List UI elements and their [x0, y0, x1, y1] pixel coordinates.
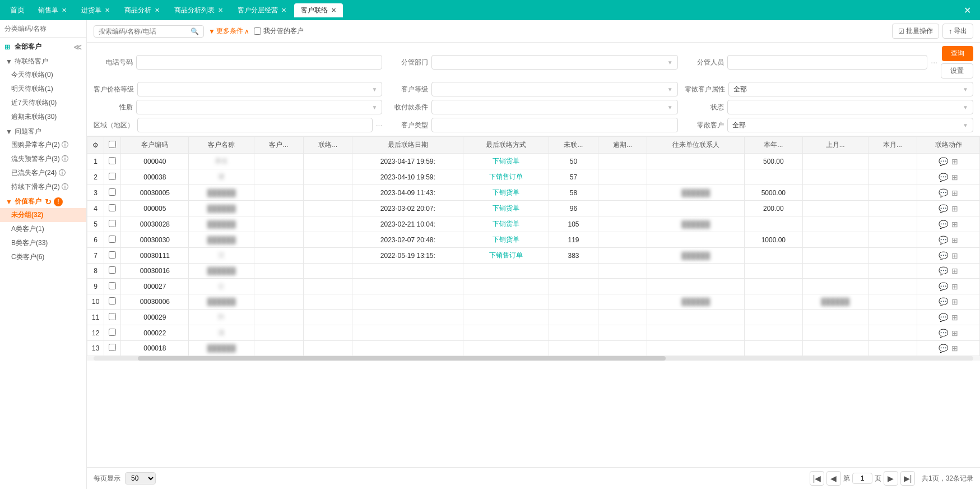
row-last-way[interactable]: [463, 310, 549, 325]
filter-search-icon[interactable]: 🔍: [191, 27, 199, 35]
tab-sales-close[interactable]: ✕: [62, 7, 67, 14]
sidebar-item-today[interactable]: 今天待联络(0): [0, 68, 86, 82]
window-close-icon[interactable]: ✕: [959, 5, 976, 16]
row-checkbox-cell[interactable]: [104, 294, 121, 310]
batch-ops-btn[interactable]: ☑ 批量操作: [892, 24, 939, 39]
select-dept[interactable]: ▼: [431, 55, 677, 70]
grid-icon[interactable]: ⊞: [951, 344, 958, 353]
select-cust-level[interactable]: ▼: [431, 82, 677, 96]
row-checkbox[interactable]: [109, 204, 116, 211]
tab-analysis-close[interactable]: ✕: [155, 7, 160, 14]
row-checkbox-cell[interactable]: [104, 310, 121, 325]
row-checkbox[interactable]: [109, 344, 116, 351]
grid-icon[interactable]: ⊞: [951, 266, 958, 275]
grid-icon[interactable]: ⊞: [951, 329, 958, 338]
grid-icon[interactable]: ⊞: [951, 251, 958, 260]
comment-icon[interactable]: 💬: [939, 236, 948, 245]
comment-icon[interactable]: 💬: [939, 251, 948, 260]
sidebar-item-tomorrow[interactable]: 明天待联络(1): [0, 82, 86, 96]
row-checkbox-cell[interactable]: [104, 341, 121, 356]
col-checkbox[interactable]: [104, 137, 121, 154]
tab-sales[interactable]: 销售单 ✕: [31, 3, 73, 17]
sidebar-search-input[interactable]: [4, 25, 87, 33]
row-checkbox[interactable]: [109, 266, 116, 274]
row-checkbox-cell[interactable]: [104, 154, 121, 169]
tab-analysis-list[interactable]: 商品分析列表 ✕: [168, 3, 230, 17]
page-input[interactable]: [852, 473, 872, 484]
comment-icon[interactable]: 💬: [939, 188, 948, 197]
comment-icon[interactable]: 💬: [939, 220, 948, 229]
row-last-way[interactable]: [463, 264, 549, 279]
row-checkbox[interactable]: [109, 236, 116, 243]
row-last-way[interactable]: 下销货单: [463, 154, 549, 169]
row-checkbox[interactable]: [109, 173, 116, 180]
row-last-way[interactable]: 下销售订单: [463, 169, 549, 185]
prev-page-btn[interactable]: ◀: [826, 471, 841, 486]
row-last-way[interactable]: 下销货单: [463, 185, 549, 201]
sidebar-group-value[interactable]: ▼ 价值客户 ↻ !: [0, 194, 86, 208]
input-phone[interactable]: [136, 55, 382, 70]
sidebar-item-churn-warning[interactable]: 流失预警客户(3) ⓘ: [0, 152, 86, 166]
sidebar-collapse-btn[interactable]: ≪: [73, 43, 82, 52]
sidebar-group-problem[interactable]: ▼ 问题客户: [0, 124, 86, 138]
row-checkbox[interactable]: [109, 313, 116, 320]
row-last-way-link[interactable]: 下销货单: [493, 220, 519, 228]
row-checkbox-cell[interactable]: [104, 216, 121, 232]
row-checkbox[interactable]: [109, 329, 116, 336]
select-price-level[interactable]: ▼: [137, 82, 382, 96]
input-manager[interactable]: [727, 55, 928, 70]
select-region[interactable]: [137, 118, 373, 132]
sidebar-item-declining[interactable]: 持续下滑客户(2) ⓘ: [0, 180, 86, 194]
grid-icon[interactable]: ⊞: [951, 188, 958, 197]
row-checkbox[interactable]: [109, 282, 116, 289]
row-checkbox[interactable]: [109, 251, 116, 259]
sidebar-item-overdue[interactable]: 逾期未联络(30): [0, 110, 86, 124]
my-customers-checkbox-area[interactable]: 我分管的客户: [254, 26, 304, 36]
last-page-btn[interactable]: ▶|: [900, 471, 915, 486]
scrollbar-thumb[interactable]: [138, 356, 666, 361]
all-customers-header[interactable]: ⊞ 全部客户 ≪: [0, 38, 86, 54]
refresh-icon[interactable]: ↻: [45, 197, 52, 206]
row-last-way[interactable]: [463, 325, 549, 341]
sidebar-item-class-a[interactable]: A类客户(1): [0, 222, 86, 236]
row-checkbox-cell[interactable]: [104, 169, 121, 185]
grid-icon[interactable]: ⊞: [951, 173, 958, 182]
search-adv-btn[interactable]: 查询: [942, 46, 973, 61]
row-checkbox-cell[interactable]: [104, 325, 121, 341]
comment-icon[interactable]: 💬: [939, 266, 948, 275]
comment-icon[interactable]: 💬: [939, 173, 948, 182]
tab-purchase[interactable]: 进货单 ✕: [75, 3, 117, 17]
row-checkbox[interactable]: [109, 188, 116, 196]
row-checkbox-cell[interactable]: [104, 279, 121, 294]
my-customers-checkbox[interactable]: [254, 27, 261, 35]
reset-adv-btn[interactable]: 设置: [941, 63, 973, 79]
row-checkbox-cell[interactable]: [104, 201, 121, 216]
select-nature[interactable]: ▼: [136, 100, 382, 114]
sidebar-item-class-b[interactable]: B类客户(33): [0, 236, 86, 250]
export-btn[interactable]: ↑ 导出: [942, 24, 973, 39]
more-conditions-btn[interactable]: ▼ 更多条件 ∧: [208, 26, 249, 36]
dots-region[interactable]: ···: [376, 121, 383, 130]
comment-icon[interactable]: 💬: [939, 329, 948, 338]
row-last-way-link[interactable]: 下销货单: [493, 188, 519, 196]
row-last-way[interactable]: [463, 279, 549, 294]
first-page-btn[interactable]: |◀: [810, 471, 824, 486]
tab-customer-segment-close[interactable]: ✕: [281, 7, 286, 14]
row-last-way-link[interactable]: 下销售订单: [489, 173, 523, 181]
row-last-way-link[interactable]: 下销售订单: [489, 251, 523, 259]
row-last-way[interactable]: 下销售订单: [463, 248, 549, 264]
row-last-way[interactable]: 下销货单: [463, 201, 549, 216]
sidebar-item-ungroup[interactable]: 未分组(32): [0, 208, 86, 222]
comment-icon[interactable]: 💬: [939, 297, 948, 306]
tab-customer-contact[interactable]: 客户联络 ✕: [294, 3, 343, 17]
row-last-way-link[interactable]: 下销货单: [493, 236, 519, 243]
col-settings[interactable]: ⚙: [87, 137, 104, 154]
comment-icon[interactable]: 💬: [939, 157, 948, 166]
grid-icon[interactable]: ⊞: [951, 204, 958, 213]
comment-icon[interactable]: 💬: [939, 282, 948, 291]
row-checkbox-cell[interactable]: [104, 248, 121, 264]
grid-icon[interactable]: ⊞: [951, 236, 958, 245]
grid-icon[interactable]: ⊞: [951, 297, 958, 306]
row-last-way[interactable]: [463, 341, 549, 356]
row-last-way-link[interactable]: 下销货单: [493, 204, 519, 212]
